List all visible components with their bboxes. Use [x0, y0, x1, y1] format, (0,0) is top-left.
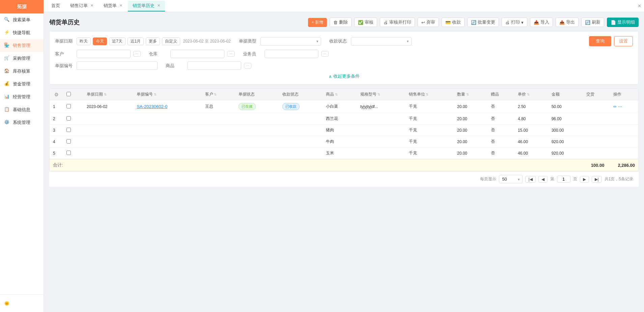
detail-icon: 📄 [611, 20, 616, 25]
sidebar-item-inventory[interactable]: 🏠 库存核算 [0, 65, 44, 78]
row-checkbox[interactable] [63, 113, 83, 125]
select-all-checkbox[interactable] [66, 92, 71, 96]
approve-button[interactable]: ✅ 审核 [354, 18, 377, 27]
list-icon: 📋 [4, 107, 10, 113]
query-button[interactable]: 查询 [589, 36, 611, 46]
sidebar-item-search-menu[interactable]: 🔍 搜索菜单 [0, 14, 44, 26]
row-price: 15.00 [514, 125, 548, 136]
page-first-btn[interactable]: |◀ [525, 176, 535, 183]
salesperson-ellipsis[interactable]: ··· [321, 51, 329, 57]
th-delivery: 交货 [583, 89, 610, 100]
salesperson-label: 业务员 [243, 51, 262, 57]
page-size-select[interactable]: 50 100 200 [499, 175, 523, 183]
th-unit[interactable]: 销售单位 [405, 89, 454, 100]
sidebar-item-label: 采购管理 [13, 55, 30, 61]
th-settings[interactable]: ⚙ [50, 89, 63, 100]
row-delivery [583, 100, 610, 113]
tab-sales-history[interactable]: 销货单历史 ✕ [128, 1, 165, 11]
tab-sales-goods[interactable]: 销货单 ✕ [99, 1, 127, 11]
tab-bar-close-all[interactable]: ✕ [638, 3, 641, 8]
print-button[interactable]: 🖨 打印 ▾ [502, 18, 527, 27]
sidebar-item-sys-mgmt[interactable]: ⚙️ 系统管理 [0, 116, 44, 129]
customer-ellipsis[interactable]: ··· [133, 51, 141, 57]
th-qty[interactable]: 数量 [454, 89, 487, 100]
row-price: 4.80 [514, 113, 548, 125]
collect-status-select[interactable] [351, 37, 412, 46]
th-docno[interactable]: 单据编号 [133, 89, 201, 100]
delete-button[interactable]: 🗑 删除 [330, 18, 352, 27]
edit-action-btn[interactable]: ✏ [613, 104, 617, 109]
page-last-btn[interactable]: ▶| [592, 176, 602, 183]
warehouse-ellipsis[interactable]: ··· [227, 51, 234, 57]
table-settings-icon[interactable]: ⚙ [54, 92, 59, 97]
row-delivery [583, 136, 610, 148]
more-action-btn[interactable]: ⋯ [618, 104, 622, 109]
th-date[interactable]: 单据日期 [83, 89, 133, 100]
home-icon: 🏠 [4, 68, 10, 74]
row-docno[interactable]: SA-20230602-0 [133, 100, 201, 113]
th-checkbox[interactable] [63, 89, 83, 100]
export-button[interactable]: 📤 导出 [556, 18, 579, 27]
tab-sales-goods-close[interactable]: ✕ [119, 3, 122, 8]
row-checkbox[interactable] [63, 136, 83, 148]
page-content: 销货单历史 + 新增 🗑 删除 ✅ 审核 🖨 审核并打印 ↩ 弃审 [44, 12, 644, 312]
page-next-btn[interactable]: ▶ [580, 176, 589, 183]
th-goods[interactable]: 商品 [323, 89, 357, 100]
th-customer[interactable]: 客户 [202, 89, 235, 100]
customer-input[interactable] [77, 50, 131, 58]
pagination: 每页显示 50 100 200 |◀ ◀ 第 页 ▶ ▶| 共1页，5条记录 [49, 171, 639, 187]
import-button[interactable]: 📥 导入 [530, 18, 553, 27]
tab-sales-order[interactable]: 销售订单 ✕ [65, 1, 98, 11]
goods-input[interactable] [187, 61, 241, 70]
date-btn-more[interactable]: 更多 [146, 37, 160, 45]
page-prev-btn[interactable]: ◀ [538, 176, 548, 183]
sidebar-bottom-btn1[interactable]: 🌞 [0, 297, 44, 309]
refresh-button[interactable]: 🔃 刷新 [581, 18, 604, 27]
batch-change-button[interactable]: 🔄 批量变更 [467, 18, 499, 27]
sidebar-item-purchase-mgmt[interactable]: 🛒 采购管理 [0, 52, 44, 65]
abandon-button[interactable]: ↩ 弃审 [418, 18, 439, 27]
row-checkbox[interactable] [63, 125, 83, 136]
doc-type-select[interactable] [260, 37, 321, 46]
sidebar-item-operations[interactable]: 📊 经营管理 [0, 90, 44, 103]
th-spec[interactable]: 规格型号 [357, 89, 405, 100]
date-btn-custom[interactable]: 自定义 [162, 37, 180, 45]
sidebar-item-quick-nav[interactable]: ⚡ 快捷导航 [0, 26, 44, 39]
row-unit: 千克 [405, 136, 454, 148]
date-btn-1month[interactable]: 近1月 [128, 37, 144, 45]
date-btn-yesterday[interactable]: 昨天 [77, 37, 91, 45]
salesperson-input[interactable] [264, 50, 318, 58]
sidebar-item-basic-info[interactable]: 📋 基础信息 [0, 103, 44, 116]
row-amount: 96.00 [548, 113, 583, 125]
sidebar-item-sales-mgmt[interactable]: 🏪 销售管理 [0, 39, 44, 52]
row-checkbox[interactable] [63, 148, 83, 159]
settings-button[interactable]: 设置 [614, 36, 633, 46]
query-actions: 查询 设置 [589, 36, 633, 46]
docno-input[interactable] [77, 61, 158, 70]
th-price[interactable]: 单价 [514, 89, 548, 100]
lightning-icon: ⚡ [4, 30, 10, 36]
show-detail-button[interactable]: 📄 显示明细 [607, 18, 639, 27]
date-btn-today[interactable]: 今天 [93, 37, 107, 45]
tab-home[interactable]: 首页 [47, 1, 65, 11]
row-checkbox[interactable] [63, 100, 83, 113]
warehouse-input[interactable] [170, 50, 224, 58]
row-goods: 小白菜 [323, 100, 357, 113]
filter-row-3: 单据编号 商品 ··· [55, 61, 633, 70]
sidebar-item-label: 经营管理 [13, 94, 30, 100]
new-button[interactable]: + 新增 [308, 18, 327, 27]
row-doc-status [235, 113, 279, 125]
approve-print-button[interactable]: 🖨 审核并打印 [380, 18, 415, 27]
page-input[interactable] [557, 176, 570, 183]
doc-type-select-wrapper [260, 37, 321, 46]
goods-ellipsis[interactable]: ··· [244, 63, 251, 69]
tab-sales-order-close[interactable]: ✕ [90, 3, 93, 8]
collect-button[interactable]: 💳 收款 [442, 18, 465, 27]
sidebar-item-finance[interactable]: 💰 资金管理 [0, 78, 44, 90]
table-row: 3猪肉千克20.00否15.00300.00 [50, 125, 638, 136]
row-no: 3 [50, 125, 63, 136]
tab-sales-history-close[interactable]: ✕ [157, 3, 160, 8]
date-btn-7days[interactable]: 近7天 [109, 37, 125, 45]
collapse-filter-btn[interactable]: ∧ 收起更多条件 [55, 73, 633, 79]
sidebar-item-label: 系统管理 [13, 120, 30, 126]
